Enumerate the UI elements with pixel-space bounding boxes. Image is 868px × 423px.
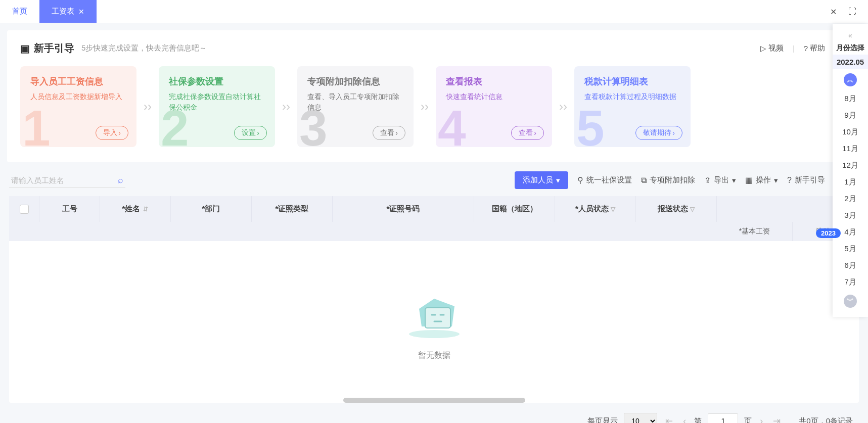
svg-rect-1 <box>425 308 450 328</box>
month-item[interactable]: 5月 <box>833 241 868 257</box>
special-deduct-link[interactable]: ⧉专项附加扣除 <box>641 175 695 185</box>
tab-payroll-label: 工资表 <box>52 7 74 16</box>
chevron-right-icon: ›› <box>280 100 292 114</box>
scroll-down-icon[interactable]: ︾ <box>844 295 857 308</box>
grid-icon: ▦ <box>745 175 753 185</box>
window-controls: ✕ ⛶ <box>827 5 859 18</box>
guide-title: ▣ 新手引导 <box>20 41 74 55</box>
tab-home[interactable]: 首页 <box>0 0 39 23</box>
steps-row: 1 导入员工工资信息 人员信息及工资数据新增导入 导入› ›› 2 社保参数设置… <box>20 66 848 147</box>
operate-link[interactable]: ▦操作▾ <box>745 175 778 185</box>
search-icon[interactable]: ⌕ <box>118 175 123 185</box>
step-tax: 5 税款计算明细表 查看税款计算过程及明细数据 敬请期待› <box>574 66 691 147</box>
per-page-label: 每页显示 <box>587 416 618 424</box>
empty-state: 暂无数据 <box>9 241 859 398</box>
step-report-button[interactable]: 查看› <box>511 126 544 140</box>
guide-link[interactable]: ?新手引导 <box>787 175 825 185</box>
step-deduction: 3 专项附加扣除信息 查看、导入员工专项附加扣除信息 查看› <box>297 66 414 147</box>
step-import: 1 导入员工工资信息 人员信息及工资数据新增导入 导入› <box>20 66 136 147</box>
search-box: ⌕ <box>9 173 125 188</box>
chevron-right-icon: › <box>395 129 398 137</box>
select-all-checkbox[interactable] <box>20 205 29 214</box>
scroll-up-icon[interactable]: ︽ <box>844 73 857 86</box>
month-item[interactable]: 11月 <box>833 140 868 157</box>
help-link[interactable]: ?帮助 <box>804 43 825 53</box>
page-input[interactable] <box>708 413 738 423</box>
help-icon: ? <box>787 176 792 185</box>
current-month: 2022.05 <box>833 55 868 69</box>
chevron-right-icon: ›› <box>142 100 154 114</box>
last-page-icon[interactable]: ⇥ <box>771 415 783 423</box>
month-item[interactable]: 3月 <box>833 207 868 224</box>
month-item[interactable]: 7月 <box>833 274 868 291</box>
step-import-button[interactable]: 导入› <box>96 126 128 140</box>
payroll-table: 工号 *姓名 *部门 *证照类型 *证照号码 国籍（地区） *人员状态▽ 报送状… <box>9 196 859 403</box>
col-nationality[interactable]: 国籍（地区） <box>474 196 555 222</box>
col-base-salary[interactable]: *基本工资 <box>717 222 793 241</box>
month-item[interactable]: 8月 <box>833 90 868 107</box>
chevron-down-icon: ▾ <box>556 176 560 185</box>
month-panel-title: 月份选择 <box>833 41 868 55</box>
chevron-down-icon: ▾ <box>774 176 778 185</box>
step-report: 4 查看报表 快速查看统计信息 查看› <box>436 66 552 147</box>
help-icon: ? <box>804 44 808 53</box>
col-report[interactable]: 报送状态▽ <box>636 196 717 222</box>
toolbar: ⌕ 添加人员▾ ⚲统一社保设置 ⧉专项附加扣除 ⇪导出▾ ▦操作▾ ?新手引导 … <box>9 171 859 189</box>
h-scrollbar[interactable] <box>343 398 525 403</box>
month-item[interactable]: 10月 <box>833 124 868 140</box>
month-selector-panel: « 月份选择 2022.05 ︽ 8月 9月 10月 11月 12月 1月 2月… <box>833 24 868 317</box>
next-page-icon[interactable]: › <box>758 416 765 424</box>
table-header: 工号 *姓名 *部门 *证照类型 *证照号码 国籍（地区） *人员状态▽ 报送状… <box>9 196 859 222</box>
filter-icon[interactable]: ▽ <box>690 206 695 213</box>
month-item[interactable]: 12月 <box>833 157 868 174</box>
onboarding-panel: ▣ 新手引导 5步快速完成设置，快去完善信息吧～ ▷视频 | ?帮助 ✕ 1 导… <box>7 30 861 162</box>
filter-icon[interactable]: ▽ <box>611 206 615 213</box>
play-icon: ▷ <box>760 44 766 53</box>
step-wait-button[interactable]: 敬请期待› <box>635 126 682 140</box>
year-badge: 2023 <box>816 228 841 238</box>
month-list: 8月 9月 10月 11月 12月 1月 2月 3月 4月 5月 6月 7月 <box>833 90 868 291</box>
col-empno[interactable]: 工号 <box>39 196 100 222</box>
people-icon: ⚲ <box>577 175 583 185</box>
first-page-icon[interactable]: ⇤ <box>663 415 675 423</box>
month-item[interactable]: 2月 <box>833 191 868 207</box>
col-idno[interactable]: *证照号码 <box>333 196 474 222</box>
empty-text: 暂无数据 <box>418 350 450 361</box>
tab-payroll[interactable]: 工资表 ✕ <box>39 0 97 23</box>
pagination: 每页显示 10 ⇤ ‹ 第 页 › ⇥ 共0页，0条记录 <box>0 413 853 423</box>
chevron-right-icon: ›› <box>557 100 569 114</box>
chevron-right-icon: ›› <box>419 100 431 114</box>
fullscreen-icon[interactable]: ⛶ <box>846 5 859 18</box>
month-item[interactable]: 1月 <box>833 174 868 191</box>
close-tab-icon[interactable]: ✕ <box>78 8 84 16</box>
chevron-right-icon: › <box>672 129 675 137</box>
export-icon: ⇪ <box>704 175 711 185</box>
col-status[interactable]: *人员状态▽ <box>555 196 636 222</box>
empty-illustration <box>404 278 465 339</box>
chevron-right-icon: › <box>118 129 121 137</box>
guide-subtitle: 5步快速完成设置，快去完善信息吧～ <box>81 43 207 53</box>
tab-bar: 首页 工资表 ✕ <box>0 0 868 23</box>
col-idtype[interactable]: *证照类型 <box>252 196 333 222</box>
book-icon: ▣ <box>20 42 30 55</box>
chevron-right-icon: › <box>534 129 536 137</box>
page-summary: 共0页，0条记录 <box>799 416 853 424</box>
step-social: 2 社保参数设置 完成社保参数设置自动计算社保公积金 设置› <box>159 66 275 147</box>
step-settings-button[interactable]: 设置› <box>234 126 267 140</box>
page-size-select[interactable]: 10 <box>624 413 657 423</box>
search-input[interactable] <box>9 173 125 188</box>
col-dept[interactable]: *部门 <box>171 196 252 222</box>
close-icon[interactable]: ✕ <box>827 5 840 18</box>
col-name[interactable]: *姓名 <box>100 196 171 222</box>
add-person-button[interactable]: 添加人员▾ <box>515 171 568 189</box>
social-settings-link[interactable]: ⚲统一社保设置 <box>577 175 632 185</box>
month-item[interactable]: 6月 <box>833 257 868 274</box>
scan-icon: ⧉ <box>641 176 647 185</box>
export-link[interactable]: ⇪导出▾ <box>704 175 736 185</box>
chevron-down-icon: ▾ <box>732 176 736 185</box>
collapse-panel-icon[interactable]: « <box>833 29 868 41</box>
video-link[interactable]: ▷视频 <box>760 43 784 53</box>
month-item[interactable]: 9月 <box>833 107 868 124</box>
prev-page-icon[interactable]: ‹ <box>681 416 688 424</box>
step-view-button[interactable]: 查看› <box>373 126 405 140</box>
